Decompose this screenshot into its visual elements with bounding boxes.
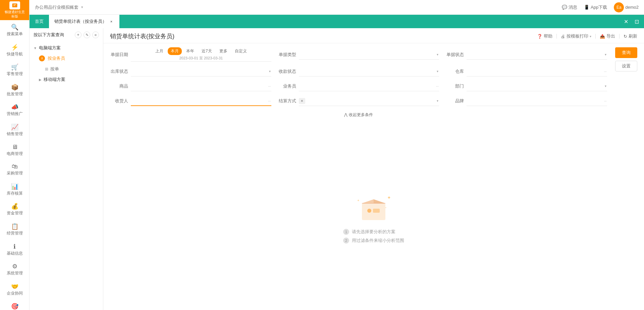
salesperson-input[interactable] xyxy=(299,84,439,89)
settings-btn[interactable]: 设置 xyxy=(615,61,637,71)
doc-type-control[interactable]: ▾ xyxy=(299,50,439,60)
sidebar-nav-item-7[interactable]: 🛍 采购管理 xyxy=(0,160,30,179)
brand-control[interactable]: ··· xyxy=(467,96,607,106)
sidebar-nav-item-4[interactable]: 📣 营销推广 xyxy=(0,100,30,120)
salesperson-control[interactable]: ··· xyxy=(299,81,439,91)
recipient-control[interactable]: ··· xyxy=(131,96,271,106)
payment-tag-x[interactable]: × xyxy=(301,99,303,103)
nav-label-6: 电商管理 xyxy=(7,151,23,157)
this-year-btn[interactable]: 本年 xyxy=(183,47,197,55)
print-btn[interactable]: 🖨 按模板打印 ▾ xyxy=(561,33,591,39)
svg-point-4 xyxy=(367,209,371,213)
export-btn[interactable]: 📤 导出 xyxy=(600,33,615,39)
nav-icon-1: ⚡ xyxy=(11,44,18,51)
recipient-input[interactable] xyxy=(131,98,271,103)
payment-method-control[interactable]: × ▾ xyxy=(299,96,439,106)
collapse-label: ⋀ 收起更多条件 xyxy=(344,112,373,117)
sub-item-icon: ⊞ xyxy=(45,67,48,71)
message-btn[interactable]: 💬 消息 xyxy=(562,4,577,10)
scheme-item-salesperson[interactable]: 按业务员 xyxy=(30,53,103,64)
recipient-item: 收货人 ··· xyxy=(110,96,271,106)
doc-status-control[interactable]: ▾ xyxy=(467,50,607,60)
receipt-status-control[interactable]: ▾ xyxy=(299,66,439,76)
tab-window-actions: ✕ ⊡ xyxy=(621,17,644,26)
left-panel-title: 按以下方案查询 xyxy=(34,32,64,38)
warehouse-control[interactable]: ··· xyxy=(467,66,607,76)
user-avatar: Ea xyxy=(614,2,624,12)
nav-label-1: 快捷导航 xyxy=(7,52,23,57)
date-range-text: 2023-03-01 至 2023-03-31 xyxy=(179,56,223,61)
window-max-btn[interactable]: ⊡ xyxy=(632,17,641,26)
last7-btn[interactable]: 近7天 xyxy=(199,47,215,55)
doc-status-input[interactable] xyxy=(467,52,607,57)
sidebar-nav-item-12[interactable]: ⚙ 系统管理 xyxy=(0,259,30,279)
collapse-panel-btn[interactable]: « xyxy=(92,32,99,38)
nav-icon-2: 🛒 xyxy=(11,63,18,71)
dept-control[interactable]: ▾ xyxy=(467,81,607,91)
message-label: 消息 xyxy=(569,4,577,10)
tab-home[interactable]: 首页 xyxy=(30,15,49,28)
desktop-scheme-group: ▼ 电脑端方案 按业务员 ⊞ 按单 xyxy=(30,42,103,86)
sidebar-nav-item-5[interactable]: 📈 销售管理 xyxy=(0,120,30,140)
breadcrumb-arrow-icon[interactable]: ▾ xyxy=(81,5,83,9)
empty-state: ✦ ✦ • 1 请先选择要分析的方案 2 用过滤条件来缩小分析范围 xyxy=(103,123,644,310)
more-btn[interactable]: 更多 xyxy=(216,47,230,55)
doc-status-chevron-icon: ▾ xyxy=(605,53,606,56)
sidebar-nav-item-9[interactable]: 💰 资金管理 xyxy=(0,199,30,219)
desktop-scheme-header[interactable]: ▼ 电脑端方案 xyxy=(30,43,103,53)
nav-icon-13: 🤝 xyxy=(11,283,18,290)
product-dots-icon: ··· xyxy=(268,84,271,89)
tab-sales-stats[interactable]: 销货单统计表（按业务员） × xyxy=(49,15,119,28)
top-header: 办公用品行业模拟账套 ▾ 💬 消息 📱 App下载 Ea demo2 xyxy=(30,0,644,15)
sidebar-nav-item-11[interactable]: ℹ 基础信息 xyxy=(0,240,30,260)
sidebar-nav-item-13[interactable]: 🤝 企业协同 xyxy=(0,279,30,300)
nav-icon-9: 💰 xyxy=(11,203,18,210)
help-btn[interactable]: ❓ 帮助 xyxy=(537,33,552,39)
filter-action-btns: 查询 设置 xyxy=(611,47,637,119)
user-name-label: demo2 xyxy=(625,5,639,10)
mobile-scheme-group[interactable]: ▶ 移动端方案 xyxy=(30,74,103,85)
sidebar-nav-item-10[interactable]: 📋 经营管理 xyxy=(0,219,30,240)
sub-item-by-order[interactable]: ⊞ 按单 xyxy=(30,64,103,74)
user-profile-btn[interactable]: Ea demo2 xyxy=(614,2,639,12)
nav-label-4: 营销推广 xyxy=(7,111,23,117)
app-logo: 畅捷通好生意 标版 xyxy=(0,0,30,20)
logo-subtitle: 标版 xyxy=(11,14,18,19)
sidebar-nav-item-6[interactable]: 🖥 电商管理 xyxy=(0,140,30,160)
product-control[interactable]: ··· xyxy=(131,81,271,91)
dept-input[interactable] xyxy=(467,84,607,89)
nav-icon-4: 📣 xyxy=(11,103,18,111)
refresh-label: 刷新 xyxy=(629,33,637,39)
page-actions: ❓ 帮助 🖨 按模板打印 ▾ 📤 导出 xyxy=(537,33,637,39)
app-download-btn[interactable]: 📱 App下载 xyxy=(584,4,607,10)
sidebar-nav-item-2[interactable]: 🛒 零售管理 xyxy=(0,60,30,80)
nav-icon-5: 📈 xyxy=(11,123,18,131)
this-month-btn[interactable]: 本月 xyxy=(168,47,182,55)
out-status-chevron-icon: ▾ xyxy=(269,69,271,73)
sidebar-nav-item-0[interactable]: 🔍 搜索菜单 xyxy=(0,20,30,40)
tab-close-btn[interactable]: × xyxy=(109,19,114,24)
doc-type-input[interactable] xyxy=(299,52,439,57)
sidebar-nav-item-14[interactable]: 🎯 新手引导 xyxy=(0,299,30,310)
sidebar-nav-item-3[interactable]: 📦 批发管理 xyxy=(0,80,30,100)
receipt-status-input[interactable] xyxy=(299,69,439,74)
product-input[interactable] xyxy=(131,84,271,89)
add-scheme-btn[interactable]: + xyxy=(75,32,82,38)
out-status-control[interactable]: ▾ xyxy=(131,66,271,76)
window-close-btn[interactable]: ✕ xyxy=(621,17,631,26)
last-month-btn[interactable]: 上月 xyxy=(152,47,166,55)
warehouse-input[interactable] xyxy=(467,69,607,74)
sidebar-nav-item-8[interactable]: 📊 库存核算 xyxy=(0,179,30,200)
mobile-scheme-label: 移动端方案 xyxy=(44,76,65,83)
refresh-btn[interactable]: ↻ 刷新 xyxy=(624,33,637,39)
action-divider-3 xyxy=(619,34,620,39)
sidebar-nav-item-1[interactable]: ⚡ 快捷导航 xyxy=(0,40,30,60)
out-status-input[interactable] xyxy=(131,69,271,74)
brand-input[interactable] xyxy=(467,98,607,103)
header-right: 💬 消息 📱 App下载 Ea demo2 xyxy=(562,2,639,12)
collapse-bar[interactable]: ⋀ 收起更多条件 xyxy=(110,111,607,119)
receipt-status-chevron-icon: ▾ xyxy=(437,69,438,73)
custom-btn[interactable]: 自定义 xyxy=(232,47,250,55)
query-btn[interactable]: 查询 xyxy=(615,47,637,58)
edit-scheme-btn[interactable]: ✎ xyxy=(84,32,90,38)
